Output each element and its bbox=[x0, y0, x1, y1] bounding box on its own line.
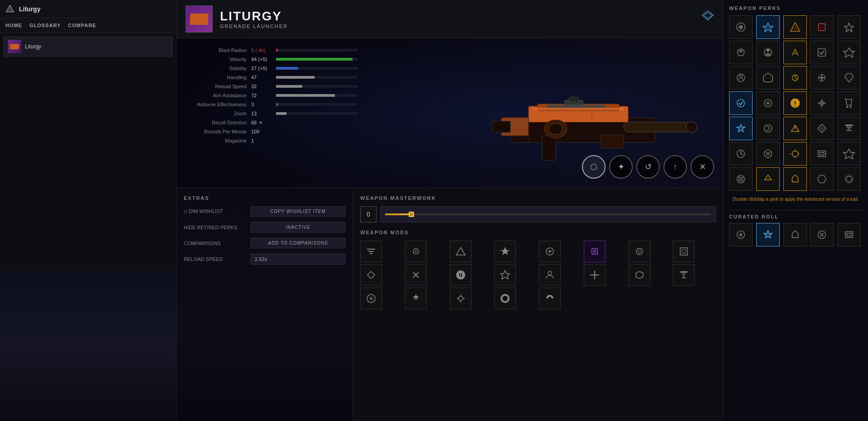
mod-icon-15[interactable] bbox=[629, 264, 650, 286]
perk-cell-2-2[interactable] bbox=[756, 41, 780, 64]
mod-icon-5[interactable] bbox=[539, 241, 561, 262]
mod-icon-16[interactable] bbox=[673, 264, 695, 286]
stat-value-blast-radius: 0 (-4x) bbox=[251, 47, 276, 53]
perk-cell-3-2[interactable] bbox=[756, 66, 780, 90]
stat-bar-fill-blast-radius bbox=[276, 49, 278, 52]
weapon-perk-5[interactable]: ✕ bbox=[691, 155, 714, 179]
mod-icon-20[interactable] bbox=[494, 288, 516, 309]
perk-cell-7-1[interactable] bbox=[729, 167, 753, 191]
perk-cell-7-2[interactable] bbox=[756, 167, 780, 191]
perk-cell-6-5[interactable] bbox=[837, 142, 861, 166]
perk-cell-5-3[interactable] bbox=[783, 117, 807, 140]
perk-cell-4-1[interactable] bbox=[729, 91, 753, 115]
mod-icon-13[interactable] bbox=[539, 264, 561, 286]
perk-cell-3-1[interactable] bbox=[729, 66, 753, 90]
mod-icon-12[interactable] bbox=[494, 264, 516, 286]
perk-cell-1-3[interactable] bbox=[783, 15, 807, 39]
stat-bar-aim-assistance bbox=[276, 94, 358, 97]
perk-cell-5-2[interactable] bbox=[756, 117, 780, 140]
weapon-perk-2[interactable]: ✦ bbox=[609, 155, 633, 179]
perk-cell-2-3[interactable] bbox=[783, 41, 807, 64]
mod-icon-2[interactable] bbox=[405, 241, 427, 262]
mod-icon-17[interactable] bbox=[360, 288, 382, 309]
curated-perk-5[interactable] bbox=[837, 223, 861, 246]
perk-cell-4-3[interactable] bbox=[783, 91, 807, 115]
stat-bar-handling bbox=[276, 76, 358, 79]
curated-perk-3[interactable] bbox=[783, 223, 807, 246]
inactive-button[interactable]: INACTIVE bbox=[251, 222, 345, 232]
sidebar-weapon-item[interactable]: Liturgy bbox=[4, 37, 172, 57]
svg-point-61 bbox=[847, 106, 849, 108]
perk-cell-5-5[interactable] bbox=[837, 117, 861, 140]
weapon-perk-1[interactable]: ⬡ bbox=[582, 155, 606, 179]
destiny-logo-icon bbox=[5, 5, 14, 14]
mod-icon-6[interactable] bbox=[584, 241, 606, 262]
weapon-type-label: GRENADE LAUNCHER bbox=[220, 24, 714, 29]
mod-icon-4[interactable] bbox=[494, 241, 516, 262]
stat-value-airborne: 3 bbox=[251, 102, 276, 107]
svg-point-59 bbox=[766, 101, 769, 104]
reload-speed-input[interactable] bbox=[251, 254, 345, 265]
perk-cell-5-1[interactable] bbox=[729, 117, 753, 140]
perk-cell-4-2[interactable] bbox=[756, 91, 780, 115]
perk-cell-1-4[interactable] bbox=[810, 15, 834, 39]
copy-wishlist-button[interactable]: COPY WISHLIST ITEM bbox=[251, 206, 345, 217]
perk-cell-6-2[interactable] bbox=[756, 142, 780, 166]
mod-icon-18[interactable] bbox=[405, 288, 427, 309]
add-to-comparisons-button[interactable]: ADD TO COMPARISONS bbox=[251, 238, 345, 248]
sidebar-title: Liturgy bbox=[19, 5, 40, 13]
stat-label-recoil: Recoil Direction bbox=[186, 120, 251, 125]
mod-icon-10[interactable] bbox=[405, 264, 427, 286]
perk-cell-1-2[interactable] bbox=[756, 15, 780, 39]
curated-perk-1[interactable] bbox=[729, 223, 753, 246]
perk-cell-4-4[interactable] bbox=[810, 91, 834, 115]
stat-row-zoom: Zoom 13 bbox=[186, 111, 358, 116]
mod-icon-8[interactable] bbox=[673, 241, 695, 262]
stat-label-airborne: Airborne Effectiveness bbox=[186, 102, 251, 107]
main-content: LITURGY GRENADE LAUNCHER Blast Radius 0 … bbox=[176, 0, 723, 421]
perk-cell-3-4[interactable] bbox=[810, 66, 834, 90]
perk-cell-2-4[interactable] bbox=[810, 41, 834, 64]
masterwork-mods-panel: WEAPON MASTERWORK 0 WEAPON MODS bbox=[353, 188, 723, 421]
curated-perk-2[interactable] bbox=[756, 223, 780, 246]
perk-cell-2-1[interactable] bbox=[729, 41, 753, 64]
weapon-perk-4[interactable]: ↑ bbox=[663, 155, 687, 179]
stat-bar-stability bbox=[276, 67, 358, 70]
weapon-perk-3[interactable]: ↺ bbox=[636, 155, 660, 179]
weapon-mods-grid bbox=[360, 241, 716, 309]
stat-bar-fill-zoom bbox=[276, 112, 286, 115]
perk-cell-1-1[interactable] bbox=[729, 15, 753, 39]
nav-glossary[interactable]: GLOSSARY bbox=[29, 21, 61, 30]
svg-marker-65 bbox=[820, 126, 825, 131]
mod-icon-9[interactable] bbox=[360, 264, 382, 286]
perk-cell-2-5[interactable] bbox=[837, 41, 861, 64]
mod-icon-11[interactable] bbox=[450, 264, 472, 286]
perk-cell-7-3[interactable] bbox=[783, 167, 807, 191]
perk-cell-1-5[interactable] bbox=[837, 15, 861, 39]
perk-cell-3-3[interactable] bbox=[783, 66, 807, 90]
perk-cell-6-3[interactable] bbox=[783, 142, 807, 166]
perk-cell-7-5[interactable] bbox=[837, 167, 861, 191]
masterwork-slider[interactable] bbox=[380, 206, 716, 222]
mod-icon-14[interactable] bbox=[584, 264, 606, 286]
mod-icon-3[interactable] bbox=[450, 241, 472, 262]
perk-cell-6-4[interactable] bbox=[810, 142, 834, 166]
stat-row-recoil: Recoil Direction 66 ▼ bbox=[186, 120, 358, 125]
stat-label-velocity: Velocity bbox=[186, 57, 251, 62]
nav-home[interactable]: HOME bbox=[5, 21, 22, 30]
mod-icon-7[interactable] bbox=[629, 241, 650, 262]
extras-title: EXTRAS bbox=[184, 195, 345, 201]
perk-cell-3-5[interactable] bbox=[837, 66, 861, 90]
mod-icon-19[interactable] bbox=[450, 288, 472, 309]
perk-cell-7-4[interactable] bbox=[810, 167, 834, 191]
svg-point-42 bbox=[739, 25, 743, 29]
nav-compare[interactable]: COMPARE bbox=[68, 21, 96, 30]
curated-perk-4[interactable] bbox=[810, 223, 834, 246]
mod-icon-21[interactable] bbox=[539, 288, 561, 309]
perk-cell-4-5[interactable] bbox=[837, 91, 861, 115]
mod-icon-1[interactable] bbox=[360, 241, 382, 262]
svg-point-36 bbox=[458, 296, 463, 301]
perk-cell-6-1[interactable] bbox=[729, 142, 753, 166]
stat-recoil-number: 66 bbox=[251, 120, 257, 125]
perk-cell-5-4[interactable] bbox=[810, 117, 834, 140]
